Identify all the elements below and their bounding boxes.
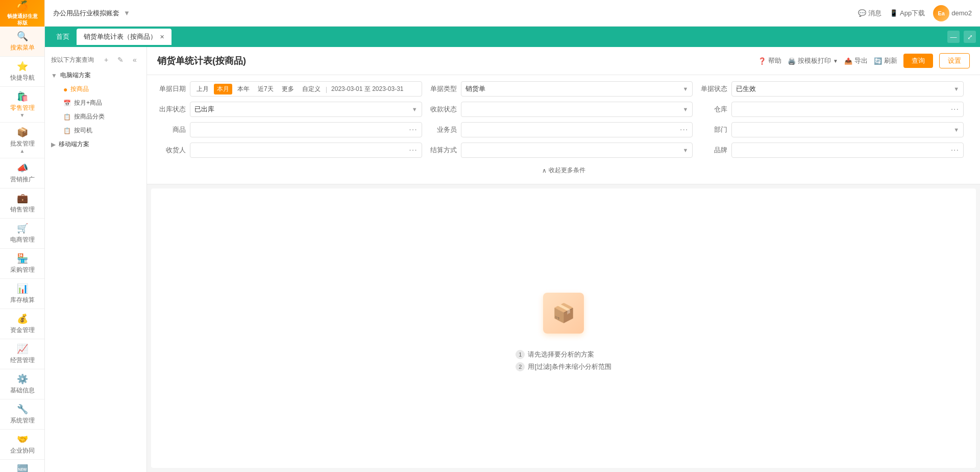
download-icon: 📱 — [890, 9, 898, 17]
status-filter-control[interactable]: 已生效 ▼ — [731, 81, 964, 97]
date-filter-control: 上月 本月 本年 近7天 更多 自定义 | 2023-03-01 至 2023-… — [190, 81, 422, 97]
dropdown-arrow[interactable]: ▼ — [124, 9, 130, 17]
tree-group-desktop[interactable]: ▼ 电脑端方案 — [45, 68, 146, 82]
payment-filter-control[interactable]: ▼ — [461, 143, 693, 158]
sidebar-item-purchase[interactable]: 🏪 采购管理 — [0, 249, 44, 279]
settings-button[interactable]: 设置 — [939, 53, 970, 68]
marketing-icon: 📣 — [17, 162, 28, 174]
sidebar-item-retail[interactable]: 🛍️ 零售管理 ▼ — [0, 87, 44, 123]
sidebar-item-enterprise[interactable]: 🤝 企业协同 — [0, 430, 44, 460]
tree-item-by-goods-label: 按商品 — [70, 85, 89, 93]
sidebar-item-newuser[interactable]: 🆕 新手引导 — [0, 460, 44, 472]
brand-filter-label: 品牌 — [699, 146, 727, 155]
sidebar-retail-label: 零售管理 — [10, 104, 35, 112]
settings-label: 设置 — [948, 56, 961, 65]
status-filter-label: 单据状态 — [699, 84, 727, 93]
filter-row-1: 单据日期 上月 本月 本年 近7天 更多 自定义 | 2023-03-01 至 … — [157, 81, 970, 97]
left-filter-panel: 按以下方案查询 + ✎ « ▼ 电脑端方案 ● 按商品 📅 按月+商品 📋 按商… — [45, 47, 147, 472]
sidebar-item-marketing[interactable]: 📣 营销推广 — [0, 158, 44, 188]
logo-text: 畅捷通好生意 — [7, 13, 38, 19]
tab-actions: — ⤢ — [947, 31, 976, 43]
empty-tip-2: 2 用[过滤]条件来缩小分析范围 — [516, 362, 611, 371]
date-this-month[interactable]: 本月 — [214, 84, 232, 95]
sidebar-item-finance[interactable]: 💰 资金管理 — [0, 309, 44, 339]
sidebar-finance-label: 资金管理 — [10, 326, 35, 335]
date-range-text: 2023-03-01 至 2023-03-31 — [331, 85, 403, 93]
tree-item-by-goods[interactable]: ● 按商品 — [45, 82, 146, 96]
goods-filter-control[interactable]: ··· — [190, 122, 422, 137]
tip-num-2: 2 — [516, 362, 525, 371]
tree-group-mobile[interactable]: ▶ 移动端方案 — [45, 137, 146, 151]
collect-filter-control[interactable]: ▼ — [461, 102, 693, 117]
tree-group-desktop-label: 电脑端方案 — [60, 71, 91, 80]
username: demo2 — [951, 9, 972, 17]
tree-item-by-goods-icon: ● — [63, 85, 67, 93]
brand-dots-icon: ··· — [951, 146, 959, 155]
panel-add-button[interactable]: + — [101, 54, 112, 65]
tree-item-by-month-goods[interactable]: 📅 按月+商品 — [45, 96, 146, 110]
collapse-filters-button[interactable]: ∧ 收起更多条件 — [157, 163, 970, 178]
type-filter-control[interactable]: 销货单 ▼ — [461, 81, 693, 97]
collapse-label: 收起更多条件 — [549, 166, 585, 175]
help-action[interactable]: ❓ 帮助 — [758, 56, 781, 65]
system-icon: 🔧 — [17, 404, 28, 415]
filter-cell-type: 单据类型 销货单 ▼ — [428, 81, 699, 97]
sidebar-item-system[interactable]: 🔧 系统管理 — [0, 399, 44, 430]
tab-close-button[interactable]: ✕ — [160, 34, 164, 40]
sidebar-basics-label: 基础信息 — [10, 386, 35, 395]
app-download-action[interactable]: 📱 App下载 — [890, 9, 925, 18]
dept-filter-control[interactable]: ▼ — [731, 122, 964, 137]
tree-mobile-expand-icon: ▶ — [51, 141, 56, 148]
status-value: 已生效 — [736, 84, 953, 93]
date-last-month[interactable]: 上月 — [193, 84, 212, 95]
tree-item-by-category[interactable]: 📋 按商品分类 — [45, 110, 146, 124]
tab-minimize-button[interactable]: — — [947, 31, 960, 43]
sidebar-item-wholesale[interactable]: 📦 批发管理 ▲ — [0, 123, 44, 158]
sidebar-inventory-label: 库存核算 — [10, 296, 35, 304]
brand-filter-control[interactable]: ··· — [731, 143, 964, 158]
sidebar: 🍊 畅捷通好生意 标版 🔍 搜索菜单 ⭐ 快捷导航 🛍️ 零售管理 ▼ 📦 批发… — [0, 0, 45, 472]
warehouse-filter-control[interactable]: ··· — [731, 102, 964, 117]
template-print-action[interactable]: 🖨️ 按模板打印 ▼ — [788, 56, 838, 65]
warehouse-filter-label: 仓库 — [699, 105, 727, 114]
quick-nav-icon: ⭐ — [17, 61, 28, 72]
print-icon: 🖨️ — [788, 57, 796, 65]
sidebar-item-basics[interactable]: ⚙️ 基础信息 — [0, 369, 44, 399]
messages-action[interactable]: 💬 消息 — [858, 9, 881, 18]
date-separator: | — [326, 85, 327, 93]
date-custom[interactable]: 自定义 — [299, 84, 324, 95]
sidebar-item-quick-nav[interactable]: ⭐ 快捷导航 — [0, 57, 44, 87]
tree-expand-icon: ▼ — [51, 72, 57, 79]
status-dropdown-icon: ▼ — [953, 86, 959, 92]
refresh-action[interactable]: 🔄 刷新 — [874, 56, 897, 65]
date-this-year[interactable]: 本年 — [234, 84, 253, 95]
tree-item-category-icon: 📋 — [63, 113, 71, 121]
export-action[interactable]: 📤 导出 — [844, 56, 868, 65]
panel-collapse-button[interactable]: « — [129, 54, 140, 65]
tree-item-by-driver[interactable]: 📋 按司机 — [45, 124, 146, 137]
date-filter-label: 单据日期 — [157, 84, 186, 93]
sidebar-item-operations[interactable]: 📈 经营管理 — [0, 339, 44, 369]
date-more[interactable]: 更多 — [279, 84, 297, 95]
sidebar-item-sales[interactable]: 💼 销售管理 — [0, 188, 44, 219]
sidebar-item-search[interactable]: 🔍 搜索菜单 — [0, 27, 44, 57]
receiver-filter-control[interactable]: ··· — [190, 143, 422, 158]
sidebar-item-inventory[interactable]: 📊 库存核算 — [0, 279, 44, 309]
payment-filter-label: 结算方式 — [428, 146, 457, 155]
tree-item-driver-label: 按司机 — [74, 126, 92, 135]
query-button[interactable]: 查询 — [903, 54, 933, 68]
tab-sales-stats[interactable]: 销货单统计表（按商品） ✕ — [77, 29, 172, 45]
logo: 🍊 畅捷通好生意 标版 — [0, 0, 45, 27]
tab-expand-button[interactable]: ⤢ — [964, 31, 976, 43]
stock-filter-label: 出库状态 — [157, 105, 186, 114]
tip-2-text: 用[过滤]条件来缩小分析范围 — [528, 362, 611, 371]
user-profile[interactable]: Ea demo2 — [933, 5, 972, 21]
staff-filter-control[interactable]: ··· — [461, 122, 693, 137]
sidebar-item-ecommerce[interactable]: 🛒 电商管理 — [0, 219, 44, 249]
date-7days[interactable]: 近7天 — [255, 84, 277, 95]
stock-filter-control[interactable]: 已出库 ▼ — [190, 102, 422, 117]
panel-edit-button[interactable]: ✎ — [115, 54, 126, 65]
payment-dropdown-icon: ▼ — [682, 147, 688, 153]
home-tab-label: 首页 — [56, 32, 69, 41]
tab-home[interactable]: 首页 — [49, 29, 77, 45]
